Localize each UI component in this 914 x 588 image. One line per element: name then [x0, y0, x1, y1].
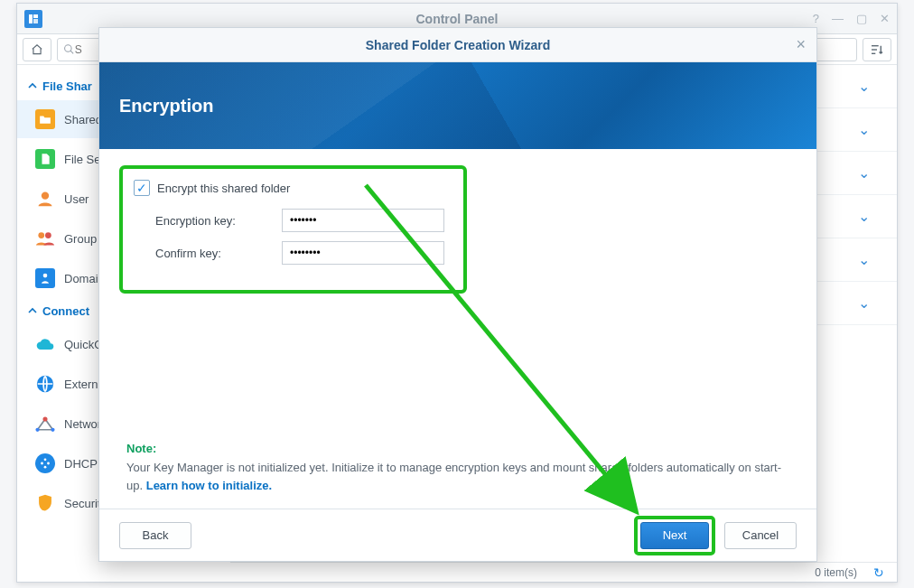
wizard-dialog: Shared Folder Creation Wizard × Encrypti…: [98, 27, 817, 562]
encryption-key-label: Encryption key:: [155, 214, 282, 228]
group-icon: [35, 229, 55, 248]
sort-button[interactable]: [863, 38, 891, 61]
svg-point-10: [45, 232, 51, 238]
confirm-key-input[interactable]: [282, 241, 444, 265]
home-button[interactable]: [23, 38, 51, 61]
sidebar-item-label: Networ: [64, 417, 101, 431]
wizard-titlebar: Shared Folder Creation Wizard ×: [99, 28, 816, 62]
learn-how-link[interactable]: Learn how to initialize.: [146, 479, 272, 492]
folder-icon: [35, 109, 55, 129]
svg-point-19: [44, 466, 47, 469]
globe-icon: [35, 374, 55, 394]
close-window-icon[interactable]: ✕: [880, 12, 890, 25]
sidebar-section-label: File Shar: [42, 79, 92, 93]
svg-point-14: [35, 428, 39, 432]
chevron-down-icon[interactable]: ⌄: [858, 251, 870, 268]
sidebar-item-label: User: [64, 192, 89, 206]
svg-point-15: [51, 428, 54, 432]
help-icon[interactable]: ?: [813, 12, 819, 25]
close-icon[interactable]: ×: [796, 35, 806, 54]
note-title: Note:: [126, 442, 797, 455]
minimize-icon[interactable]: —: [832, 12, 844, 25]
cancel-button[interactable]: Cancel: [724, 522, 797, 549]
sidebar-section-label: Connect: [42, 304, 89, 318]
sidebar-item-label: Group: [64, 232, 97, 246]
encryption-key-input[interactable]: [282, 209, 444, 232]
wizard-title: Shared Folder Creation Wizard: [366, 38, 550, 52]
next-button[interactable]: Next: [640, 522, 709, 549]
sidebar-item-label: File Se: [64, 153, 100, 166]
domain-icon: [35, 268, 55, 288]
sidebar-item-label: Domai: [64, 272, 98, 285]
statusbar: 0 item(s) ↻: [230, 562, 897, 582]
svg-point-18: [44, 458, 47, 461]
wizard-step-title: Encryption: [119, 96, 213, 117]
sidebar-item-label: Shared: [64, 113, 102, 126]
confirm-key-label: Confirm key:: [155, 247, 282, 260]
network-icon: [35, 414, 55, 434]
wizard-footer: Back Next Cancel: [99, 509, 816, 561]
wizard-banner: Encryption: [99, 62, 816, 149]
chevron-down-icon[interactable]: ⌄: [858, 164, 870, 182]
app-icon: [24, 10, 42, 28]
chevron-down-icon[interactable]: ⌄: [858, 78, 870, 95]
refresh-icon[interactable]: ↻: [873, 565, 884, 580]
chevron-down-icon[interactable]: ⌄: [858, 208, 870, 225]
cloud-icon: [35, 334, 55, 354]
shield-icon: [35, 493, 55, 513]
svg-point-3: [65, 45, 71, 51]
maximize-icon[interactable]: ▢: [856, 12, 867, 25]
back-button[interactable]: Back: [119, 522, 191, 549]
window-title: Control Panel: [17, 12, 897, 26]
svg-rect-0: [29, 14, 33, 23]
chevron-down-icon[interactable]: ⌄: [858, 294, 870, 312]
svg-point-11: [43, 274, 48, 278]
svg-point-9: [38, 232, 44, 238]
note-block: Note: Your Key Manager is not initialize…: [126, 442, 797, 495]
dhcp-icon: [35, 453, 55, 473]
next-button-highlight: Next: [634, 516, 715, 555]
user-icon: [35, 189, 55, 209]
svg-rect-1: [33, 14, 38, 18]
sidebar-item-label: Extern: [64, 378, 98, 391]
svg-rect-2: [33, 19, 38, 23]
svg-point-13: [42, 416, 47, 421]
encrypt-checkbox[interactable]: ✓: [134, 180, 150, 196]
svg-line-4: [70, 51, 73, 53]
chevron-down-icon[interactable]: ⌄: [858, 121, 870, 138]
sidebar-item-label: QuickC: [64, 338, 103, 351]
svg-point-8: [42, 192, 49, 200]
svg-point-17: [47, 462, 50, 465]
search-icon: [63, 43, 75, 55]
svg-point-16: [41, 462, 43, 465]
encrypt-checkbox-label: Encrypt this shared folder: [157, 182, 290, 195]
file-services-icon: [35, 149, 55, 169]
item-count: 0 item(s): [815, 566, 857, 579]
encryption-group-highlight: ✓ Encrypt this shared folder Encryption …: [119, 165, 467, 294]
